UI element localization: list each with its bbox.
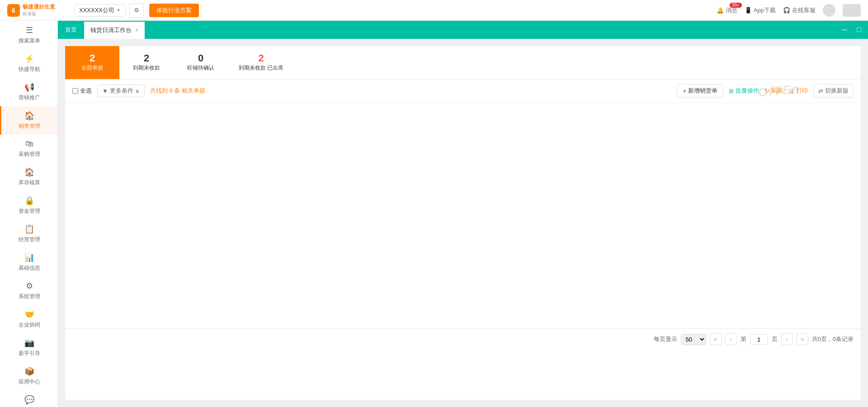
stats-tab-overdue-unshipped[interactable]: 2 到期未收款 已出库	[228, 46, 294, 79]
sidebar-item-marketing[interactable]: 📢 营销推广	[0, 78, 57, 106]
pagination-bar: 每页显示 50 100 200 « ‹ 第 页 › » 共0页，0条记录	[65, 328, 861, 350]
stats-label-pending: 旺铺待确认	[187, 65, 214, 71]
sidebar-item-label: 快捷导航	[19, 65, 40, 73]
sidebar-item-label: 营销推广	[19, 94, 40, 102]
filter-icon: ▼	[102, 88, 108, 94]
per-page-select[interactable]: 50 100 200	[681, 334, 706, 345]
company-dropdown-arrow: ▼	[116, 8, 121, 13]
support-icon: 🎧	[783, 7, 790, 14]
refresh-button[interactable]: ↻ 刷新	[764, 87, 783, 95]
sidebar-item-cooperation[interactable]: 🤝 企业协同	[0, 305, 57, 333]
tab-active-label: 钱货日清工作台	[90, 26, 132, 34]
sidebar-item-app-center[interactable]: 📦 应用中心	[0, 362, 57, 390]
online-support-label: 在线客服	[792, 6, 816, 14]
filter-chevron: ∨	[135, 88, 140, 94]
sidebar-item-purchase[interactable]: 🛍 采购管理	[0, 135, 57, 163]
sidebar-item-wechat[interactable]: 💬 企业微信	[0, 390, 57, 407]
sidebar-item-label: 资金管理	[19, 207, 40, 215]
toolbar-right: + 新增销货单 ⊞ 批量操作 ↻ 刷新 🖨 打印 ⇄ 切换新版	[677, 84, 854, 98]
app-center-icon: 📦	[24, 366, 34, 376]
stats-tab-overdue-unpaid[interactable]: 2 到期未收款	[119, 46, 174, 79]
top-header: 6 畅捷通好生意 标准版 XXXXXX公司 ▼ ⚙ 体验行业方案 🔔 消息 99…	[0, 0, 868, 21]
stats-label-overdue: 到期未收款	[133, 65, 160, 71]
first-page-button[interactable]: «	[710, 333, 722, 345]
search-menu-icon: ☰	[26, 25, 33, 35]
stats-count-all: 2	[76, 52, 108, 64]
settings-button[interactable]: ⚙	[129, 3, 144, 18]
trial-button[interactable]: 体验行业方案	[149, 4, 199, 17]
sidebar-item-inventory[interactable]: 🏠 库存核算	[0, 163, 57, 191]
sidebar-item-label: 库存核算	[19, 179, 40, 187]
sidebar-item-system[interactable]: ⚙ 系统管理	[0, 276, 57, 305]
sidebar-item-label: 企业协同	[19, 321, 40, 329]
purchase-icon: 🛍	[25, 139, 33, 149]
filter-label: 更多条件	[110, 87, 133, 95]
page-label: 第	[741, 335, 746, 343]
empty-content-area	[65, 103, 861, 328]
tab-maximize-button[interactable]: □	[854, 24, 864, 35]
sidebar-item-label: 系统管理	[19, 293, 40, 300]
download-icon: 📱	[745, 7, 752, 14]
switch-version-button[interactable]: ⇄ 切换新版	[813, 84, 854, 98]
stats-label-all: 全部单据	[81, 65, 103, 71]
header-right: 🔔 消息 99+ 📱 App下载 🎧 在线客服	[717, 4, 861, 17]
batch-icon: ⊞	[729, 88, 734, 94]
filter-button[interactable]: ▼ 更多条件 ∨	[97, 84, 145, 97]
sidebar: ☰ 搜索菜单 ⚡ 快捷导航 📢 营销推广 🏠 销售管理 🛍 采购管理 🏠 库存核…	[0, 21, 58, 407]
inventory-icon: 🏠	[24, 167, 34, 177]
new-sales-order-button[interactable]: + 新增销货单	[677, 84, 723, 98]
stats-count-pending: 0	[184, 52, 217, 64]
switch-icon: ⇄	[818, 88, 823, 94]
sidebar-item-basic-info[interactable]: 📊 基础信息	[0, 248, 57, 276]
main-content: 2 全部单据 2 到期未收款 0 旺铺待确认 2 到期未收款 已出库 全选	[58, 39, 868, 407]
batch-ops-label: 批量操作	[736, 87, 759, 95]
bell-icon: 🔔	[717, 7, 724, 14]
stats-label-unshipped: 到期未收款 已出库	[239, 65, 283, 71]
company-selector[interactable]: XXXXXX公司 ▼	[74, 4, 126, 17]
sidebar-item-operations[interactable]: 📋 经营管理	[0, 220, 57, 248]
app-download-label: App下载	[754, 6, 776, 14]
finance-icon: 🔒	[24, 196, 34, 206]
messages-badge: 99+	[730, 3, 742, 8]
tab-actions: ─ □	[839, 24, 868, 35]
sidebar-item-sales[interactable]: 🏠 销售管理	[0, 106, 57, 135]
sidebar-item-quick-nav[interactable]: ⚡ 快捷导航	[0, 49, 57, 78]
current-page-input[interactable]	[750, 334, 768, 345]
refresh-icon: ↻	[764, 88, 769, 94]
guide-icon: 📷	[24, 338, 34, 348]
basic-info-icon: 📊	[24, 253, 34, 262]
sidebar-item-guide[interactable]: 📷 新手引导	[0, 333, 57, 362]
toolbar: 全选 ▼ 更多条件 ∨ 共找到 0 条 相关单据 + 新增销货单 ⊞	[65, 80, 861, 103]
messages-button[interactable]: 🔔 消息 99+	[717, 6, 737, 14]
user-menu[interactable]	[843, 4, 861, 17]
next-page-button[interactable]: ›	[781, 333, 793, 345]
refresh-label: 刷新	[771, 87, 783, 95]
tab-active[interactable]: 钱货日清工作台 ×	[84, 21, 145, 39]
stats-tab-all[interactable]: 2 全部单据	[65, 46, 119, 79]
batch-ops-button[interactable]: ⊞ 批量操作	[729, 87, 759, 95]
online-support-button[interactable]: 🎧 在线客服	[783, 6, 816, 14]
avatar[interactable]	[823, 4, 835, 17]
sidebar-item-label: 应用中心	[19, 378, 40, 386]
logo-icon: 6	[7, 4, 20, 17]
cooperation-icon: 🤝	[24, 309, 34, 319]
logo-area: 6 畅捷通好生意 标准版	[7, 3, 65, 17]
sidebar-item-label: 经营管理	[19, 236, 40, 243]
tab-home[interactable]: 首页	[58, 21, 84, 39]
per-page-label: 每页显示	[654, 335, 677, 343]
total-info: 共0页，0条记录	[812, 335, 854, 343]
sidebar-item-finance[interactable]: 🔒 资金管理	[0, 191, 57, 220]
found-number: 0	[170, 87, 173, 94]
content-card: 2 全部单据 2 到期未收款 0 旺铺待确认 2 到期未收款 已出库 全选	[65, 46, 861, 400]
app-download-button[interactable]: 📱 App下载	[745, 6, 776, 14]
select-all-checkbox[interactable]: 全选	[72, 87, 92, 95]
stats-tab-pending-confirm[interactable]: 0 旺铺待确认	[174, 46, 228, 79]
tab-close-button[interactable]: ×	[135, 27, 138, 33]
select-all-input[interactable]	[72, 88, 78, 94]
last-page-button[interactable]: »	[797, 333, 808, 345]
sidebar-item-label: 采购管理	[19, 150, 40, 158]
print-button[interactable]: 🖨 打印	[788, 87, 808, 95]
sidebar-item-search-menu[interactable]: ☰ 搜索菜单	[0, 21, 57, 49]
prev-page-button[interactable]: ‹	[725, 333, 737, 345]
tab-minimize-button[interactable]: ─	[839, 24, 850, 35]
